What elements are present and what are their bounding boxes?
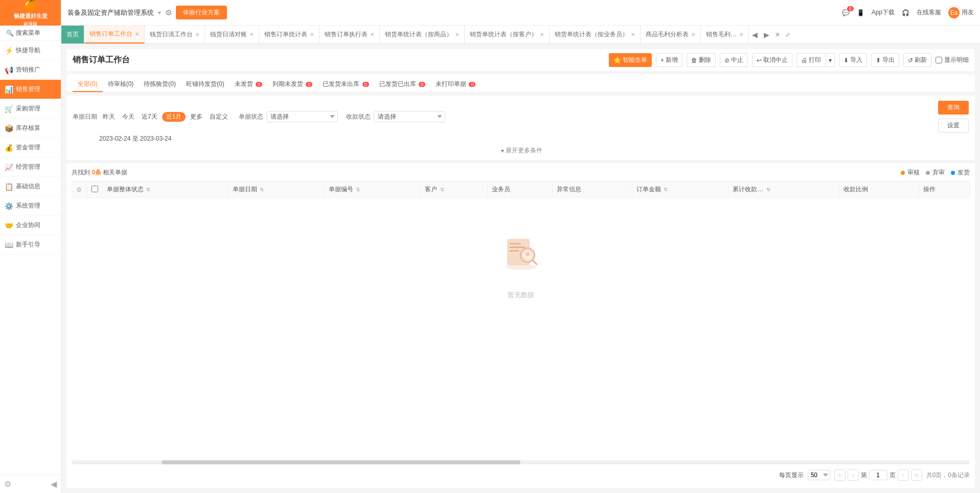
tab-close-icon-8[interactable]: ✕ [631, 32, 635, 37]
page-next-button[interactable]: › [898, 469, 909, 481]
print-button[interactable]: 🖨 打印 [796, 53, 826, 67]
tab-close-icon-3[interactable]: ✕ [249, 32, 254, 37]
set-button[interactable]: 设置 [938, 119, 969, 132]
settings-col-icon[interactable]: ⚙ [76, 186, 82, 193]
date-opt-more[interactable]: 更多 [188, 111, 205, 122]
sub-tab-pending-check[interactable]: 待拣验货(0) [139, 77, 181, 92]
import-button[interactable]: ⬇ 导入 [839, 53, 867, 67]
date-opt-1month[interactable]: 近1月 [162, 112, 186, 122]
status-select[interactable]: 请选择 [266, 111, 338, 122]
sub-tab-overdue[interactable]: 到期未发货 0 [267, 77, 317, 92]
sidebar-item-guide[interactable]: 📖 新手引导 [0, 235, 61, 255]
sidebar-item-finance[interactable]: 💰 资金管理 [0, 138, 61, 158]
sort-date-icon[interactable]: ⇅ [260, 187, 264, 192]
tab-close-icon[interactable]: ✕ [135, 31, 139, 37]
cancel-stop-button[interactable]: ↩ 取消中止 [752, 53, 792, 67]
tab-close-icon-10[interactable]: ✕ [739, 32, 743, 37]
tab-cash-daily[interactable]: 钱货日清工作台 ✕ [145, 26, 205, 43]
review-label: 审核 [907, 168, 920, 177]
add-button[interactable]: + 新增 [656, 53, 682, 67]
sidebar-item-search[interactable]: 🔍 搜索菜单 [0, 26, 61, 41]
sub-tab-unshipped-label: 未发货 [235, 80, 253, 87]
date-filter-label: 单据日期 [73, 113, 97, 121]
sub-tab-all[interactable]: 全部(0) [73, 77, 103, 92]
revoke-action-btn[interactable]: 弃审 [926, 168, 945, 177]
tab-close-icon-2[interactable]: ✕ [195, 32, 199, 37]
ship-action-btn[interactable]: 发货 [951, 168, 970, 177]
sort-amount-icon[interactable]: ⇅ [664, 187, 668, 192]
select-all-checkbox[interactable] [92, 186, 98, 192]
display-detail-checkbox[interactable] [936, 57, 942, 63]
page-first-button[interactable]: « [834, 469, 846, 481]
review-action-btn[interactable]: 审核 [901, 168, 920, 177]
page-prev-button[interactable]: ‹ [848, 469, 859, 481]
stop-button[interactable]: ⊘ 中止 [720, 53, 748, 67]
sidebar-item-enterprise[interactable]: 🤝 企业协同 [0, 216, 61, 235]
sidebar-item-marketing[interactable]: 📢 营销推广 [0, 60, 61, 80]
message-badge-wrap[interactable]: 💬 6 [842, 9, 850, 16]
sidebar-collapse-icon[interactable]: ◀ [51, 479, 57, 489]
sidebar-item-purchase[interactable]: 🛒 采购管理 [0, 99, 61, 119]
expand-more-button[interactable]: ▾ 展开更多条件 [73, 146, 969, 155]
smart-order-button[interactable]: ⭐ 智能生单 [609, 53, 652, 67]
tab-nav-next[interactable]: ▶ [761, 26, 772, 43]
sidebar-item-system[interactable]: ⚙️ 系统管理 [0, 196, 61, 216]
tab-sales-gross[interactable]: 销售毛利… ✕ [701, 26, 749, 43]
date-opt-7days[interactable]: 近7天 [139, 111, 160, 122]
query-button[interactable]: 查询 [938, 101, 969, 115]
sidebar-item-operations[interactable]: 📈 经营管理 [0, 158, 61, 177]
sub-tab-unshipped[interactable]: 未发货 0 [230, 77, 267, 92]
app-download-link[interactable]: App下载 [872, 8, 895, 17]
system-gear-icon[interactable]: ⚙ [165, 8, 172, 17]
sub-tab-wangpu[interactable]: 旺铺待发货(0) [181, 77, 230, 92]
sidebar-item-inventory[interactable]: 📦 库存核算 [0, 119, 61, 138]
print-dropdown-button[interactable]: ▾ [826, 53, 835, 67]
tab-sales-staff[interactable]: 销货单统计表（按业务员） ✕ [550, 26, 641, 43]
sidebar-item-sales[interactable]: 📊 销售管理 [0, 80, 61, 99]
delete-button[interactable]: 🗑 删除 [687, 53, 716, 67]
refresh-button[interactable]: ↺ 刷新 [903, 53, 931, 67]
tab-nav-prev[interactable]: ◀ [749, 26, 761, 43]
tab-gross-profit[interactable]: 商品毛利分析表 ✕ [641, 26, 701, 43]
tab-sales-customer[interactable]: 销货单统计表（按客户） ✕ [465, 26, 550, 43]
tab-cash-reconcile[interactable]: 钱货日清对账 ✕ [205, 26, 259, 43]
date-opt-yesterday[interactable]: 昨天 [100, 111, 118, 122]
industry-solution-button[interactable]: 体验行业方案 [176, 6, 227, 19]
date-opt-custom[interactable]: 自定义 [207, 111, 231, 122]
tab-close-all-button[interactable]: ✕ [772, 31, 783, 38]
tab-bar: 首页 销售订单工作台 ✕ 钱货日清工作台 ✕ 钱货日清对账 ✕ 销售订单统计表 … [61, 26, 980, 44]
sub-tab-shipped-not-out[interactable]: 已发货未出库 0 [317, 77, 374, 92]
date-opt-today[interactable]: 今天 [120, 111, 137, 122]
page-number-input[interactable] [869, 470, 887, 480]
export-button[interactable]: ⬆ 导出 [871, 53, 899, 67]
tab-close-icon-9[interactable]: ✕ [691, 32, 695, 37]
sidebar-settings-icon[interactable]: ⚙ [4, 479, 11, 489]
sub-tab-pending-review[interactable]: 待审核(0) [103, 77, 139, 92]
horizontal-scrollbar[interactable] [72, 460, 970, 464]
sidebar-item-base-info[interactable]: 📋 基础信息 [0, 177, 61, 196]
tab-sales-stat[interactable]: 销售订单统计表 ✕ [259, 26, 320, 43]
sort-number-icon[interactable]: ⇅ [356, 187, 360, 192]
sort-cumulative-icon[interactable]: ⇅ [766, 187, 770, 192]
user-info[interactable]: Ea 用友 [948, 7, 974, 18]
tab-home[interactable]: 首页 [61, 26, 84, 43]
payment-select[interactable]: 请选择 [374, 111, 445, 122]
sub-tab-shipped-out[interactable]: 已发货已出库 0 [374, 77, 430, 92]
sub-tab-unprinted[interactable]: 未打印单据 0 [430, 77, 481, 92]
tab-close-icon-7[interactable]: ✕ [540, 32, 544, 37]
sort-customer-icon[interactable]: ⇅ [440, 187, 444, 192]
tab-close-icon-5[interactable]: ✕ [370, 32, 374, 37]
sidebar-item-quick-nav[interactable]: ⚡ 快捷导航 [0, 41, 61, 60]
online-service-link[interactable]: 在线客服 [917, 8, 941, 17]
tab-close-icon-6[interactable]: ✕ [455, 32, 459, 37]
tab-close-icon-4[interactable]: ✕ [310, 32, 314, 37]
tab-sales-exec[interactable]: 销售订单执行表 ✕ [320, 26, 380, 43]
tab-sales-order-workbench[interactable]: 销售订单工作台 ✕ [84, 26, 145, 43]
per-page-select[interactable]: 50 10 20 100 [808, 470, 830, 480]
page-last-button[interactable]: » [911, 469, 922, 481]
tab-maximize-button[interactable]: ⤢ [783, 31, 793, 38]
system-arrow-icon[interactable]: ▾ [158, 9, 161, 16]
sort-status-icon[interactable]: ⇅ [146, 187, 150, 192]
scrollbar-thumb[interactable] [162, 460, 521, 464]
tab-sales-goods[interactable]: 销货单统计表（按商品） ✕ [380, 26, 465, 43]
